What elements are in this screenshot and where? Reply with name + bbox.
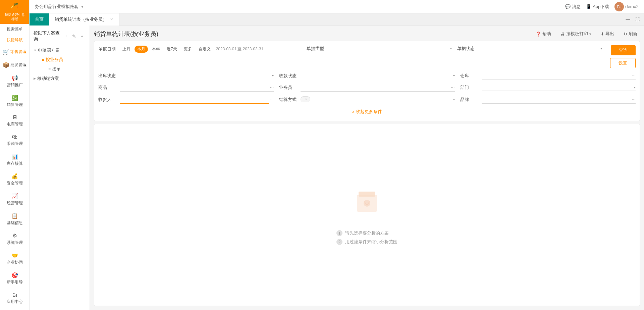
brand-select[interactable]: ··· (482, 95, 636, 104)
content-area: 按以下方案查询 + ✎ « ▼ 电脑端方案 ● 按业务员 (30, 25, 644, 310)
app-logo[interactable]: 🍊 畅捷通好生意标版 (0, 0, 29, 24)
sales-icon: 💹 (11, 95, 18, 101)
salesperson-select[interactable]: ··· (301, 83, 454, 92)
date-btn-lastmonth[interactable]: 上月 (120, 45, 133, 53)
sidebar-item-basic[interactable]: 📋 基础信息 (0, 209, 29, 229)
sub-child-area: ≡ 按单 (38, 64, 90, 74)
empty-state-icon (350, 185, 384, 225)
empty-hints: 1 请先选择要分析的方案 2 用过滤条件来缩小分析范围 (336, 230, 397, 245)
panel-add-icon[interactable]: + (63, 33, 69, 40)
tab-sales-stat[interactable]: 销货单统计表（按业务员） ✕ (49, 13, 119, 25)
template-print-btn[interactable]: 🖨 按模板打印 ▾ (558, 30, 594, 38)
empty-hint-2: 2 用过滤条件来缩小分析范围 (336, 239, 397, 245)
topbar-left: 办公用品行业模拟账套 ▾ (35, 4, 84, 10)
date-btn-custom[interactable]: 自定义 (196, 45, 213, 53)
date-btn-7days[interactable]: 近7天 (164, 45, 180, 53)
inventory-icon: 📊 (11, 153, 18, 160)
sidebar-item-newuser[interactable]: 🎯 新手引导 (0, 269, 29, 289)
brand-dots[interactable]: ··· (632, 97, 636, 102)
operations-icon: 📈 (11, 193, 18, 199)
doc-status-label: 单据状态 (457, 46, 476, 52)
tab-maximize-btn[interactable]: ⛶ (633, 15, 641, 23)
warehouse-dots[interactable]: ··· (632, 73, 636, 78)
user-profile[interactable]: Ea demo2 (614, 2, 639, 11)
sidebar-item-ecommerce[interactable]: 🖥 电商管理 (0, 111, 29, 131)
main-area: 办公用品行业模拟账套 ▾ 💬 消息 📱 App下载 Ea demo2 首页 (30, 0, 644, 310)
warehouse-label: 仓库 (460, 73, 479, 79)
panel-edit-icon[interactable]: ✎ (71, 33, 77, 40)
tree-desktop: ▼ 电脑端方案 ● 按业务员 ≡ 按单 ▶ (30, 44, 90, 85)
tree-mobile-label[interactable]: ▶ 移动端方案 (30, 74, 90, 83)
sidebar-item-wholesale[interactable]: 📦 批发管理 (0, 58, 29, 71)
out-status-select[interactable]: ▾ (120, 72, 274, 79)
refresh-btn[interactable]: ↻ 刷新 (621, 30, 640, 38)
settlement-select[interactable]: × ▾ (301, 95, 454, 104)
tree-item-byorder[interactable]: ≡ 按单 (44, 64, 90, 74)
tree-arrow-desktop: ▼ (34, 49, 37, 52)
app-download-icon: 📱 (586, 4, 591, 9)
tab-minimize-btn[interactable]: — (624, 15, 632, 23)
goods-select[interactable]: ··· (120, 83, 274, 92)
tab-home[interactable]: 首页 (30, 13, 49, 25)
app-download-btn[interactable]: 📱 App下载 (586, 4, 609, 10)
doc-type-select[interactable]: ▾ (328, 45, 451, 52)
sidebar-item-corp[interactable]: 🤝 企业协同 (0, 249, 29, 269)
help-btn[interactable]: ❓ 帮助 (533, 30, 554, 38)
tree-item-salesperson[interactable]: ● 按业务员 (38, 55, 90, 64)
logo-text: 畅捷通好生意标版 (3, 12, 26, 21)
panel-collapse-icon[interactable]: « (79, 33, 86, 40)
message-btn[interactable]: 💬 消息 (565, 4, 581, 10)
wholesale-icon: 📦 (3, 62, 9, 68)
sidebar-item-system[interactable]: ⚙ 系统管理 (0, 229, 29, 249)
salesperson-dot-icon: ● (42, 57, 44, 62)
print-dropdown-arrow: ▾ (589, 32, 591, 36)
warehouse-select[interactable]: ··· (482, 71, 636, 80)
department-arrow: ▾ (634, 86, 636, 89)
tab-close-btn[interactable]: ✕ (109, 17, 114, 22)
query-button[interactable]: 查询 (611, 45, 636, 55)
sidebar-item-sales[interactable]: 💹 销售管理 (0, 91, 29, 111)
sidebar-item-wechat[interactable]: 💬 企业微信 (0, 308, 29, 310)
department-select[interactable]: ▾ (482, 84, 636, 91)
search-menu[interactable]: 搜索菜单 (0, 24, 29, 35)
topbar-title: 办公用品行业模拟账套 (35, 4, 78, 10)
goods-label: 商品 (98, 85, 117, 91)
message-icon: 💬 (565, 4, 571, 9)
topbar: 办公用品行业模拟账套 ▾ 💬 消息 📱 App下载 Ea demo2 (30, 0, 644, 13)
sidebar-item-retail[interactable]: 🛒 零售管理 (0, 45, 29, 58)
brand-label: 品牌 (460, 97, 479, 103)
right-main: 销货单统计表(按业务员) ❓ 帮助 🖨 按模板打印 ▾ ⬇ 导出 (90, 25, 644, 310)
sidebar-item-purchase[interactable]: 🛍 采购管理 (0, 131, 29, 150)
sidebar-item-operations[interactable]: 📈 经营管理 (0, 190, 29, 209)
sidebar-item-inventory[interactable]: 📊 库存核算 (0, 150, 29, 170)
topbar-dropdown-arrow[interactable]: ▾ (81, 4, 84, 9)
settings-button[interactable]: 设置 (610, 58, 636, 68)
tab-actions: — ⛶ (624, 15, 644, 23)
purchase-icon: 🛍 (12, 134, 17, 140)
receiver-dots[interactable]: ··· (270, 97, 274, 102)
date-btn-thisyear[interactable]: 本年 (149, 45, 163, 53)
goods-dots[interactable]: ··· (270, 85, 274, 90)
finance-icon: 💰 (11, 173, 18, 179)
doc-status-select[interactable]: ▾ (479, 45, 602, 52)
sidebar-item-appcenter[interactable]: 🗂 应用中心 (0, 289, 29, 308)
hint-num-1: 1 (336, 230, 342, 236)
tree-desktop-label[interactable]: ▼ 电脑端方案 (30, 46, 90, 55)
sidebar-item-finance[interactable]: 💰 资金管理 (0, 170, 29, 190)
export-btn[interactable]: ⬇ 导出 (598, 30, 617, 38)
filter-area: 单据日期 上月 本月 本年 近7天 更多 自定义 2023-03-01 至 20… (94, 41, 640, 121)
receiver-input[interactable] (120, 96, 269, 104)
date-btn-more[interactable]: 更多 (181, 45, 195, 53)
newuser-icon: 🎯 (11, 272, 18, 278)
date-btn-thismonth[interactable]: 本月 (135, 46, 148, 53)
salesperson-dots[interactable]: ··· (451, 85, 455, 90)
receipt-status-select[interactable]: ▾ (301, 72, 454, 79)
collapse-button[interactable]: ∧ 收起更多条件 (98, 107, 636, 117)
tree-desktop-children: ● 按业务员 ≡ 按单 (30, 55, 90, 74)
ecommerce-icon: 🖥 (12, 114, 17, 120)
quick-nav[interactable]: 快捷导航 (0, 35, 29, 45)
sidebar-item-marketing[interactable]: 📢 营销推广 (0, 71, 29, 91)
empty-hint-1: 1 请先选择要分析的方案 (336, 230, 397, 236)
settlement-tag-remove[interactable]: × (305, 97, 307, 101)
basic-icon: 📋 (11, 213, 18, 219)
